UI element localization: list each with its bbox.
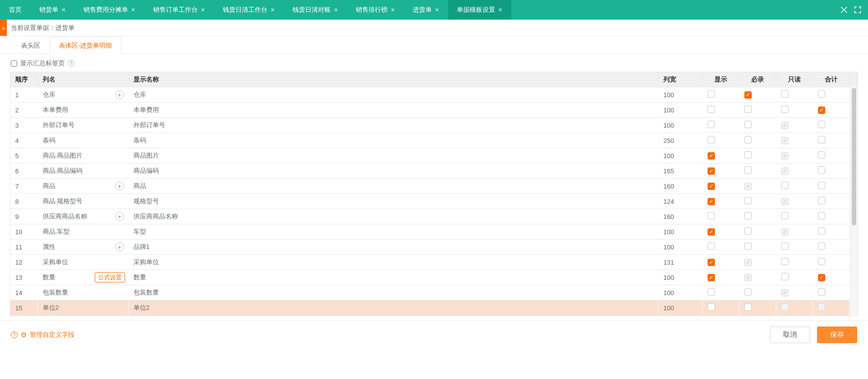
checkbox[interactable] bbox=[708, 167, 715, 175]
table-row[interactable]: 8商品.规格型号规格型号124 bbox=[10, 194, 858, 209]
table-row[interactable]: 5商品.商品图片商品图片100 bbox=[10, 148, 858, 163]
close-icon[interactable]: ✕ bbox=[498, 7, 502, 13]
checkbox[interactable] bbox=[708, 212, 715, 219]
close-icon[interactable]: ✕ bbox=[435, 7, 439, 13]
close-icon[interactable]: ✕ bbox=[131, 7, 135, 13]
checkbox[interactable] bbox=[818, 288, 825, 296]
checkbox[interactable] bbox=[781, 182, 789, 189]
scrollbar-thumb[interactable] bbox=[852, 88, 856, 225]
checkbox[interactable] bbox=[818, 121, 825, 128]
top-tab[interactable]: 钱货日清工作台✕ bbox=[214, 0, 284, 20]
table-row[interactable]: 4条码条码250 bbox=[10, 133, 858, 148]
cell-width[interactable]: 100 bbox=[658, 118, 703, 133]
checkbox[interactable] bbox=[744, 91, 752, 99]
checkbox[interactable] bbox=[818, 227, 825, 235]
top-tab[interactable]: 销售排行榜✕ bbox=[347, 0, 404, 20]
add-icon[interactable]: + bbox=[115, 182, 124, 190]
checkbox[interactable] bbox=[818, 197, 825, 204]
checkbox[interactable] bbox=[781, 90, 789, 98]
cell-width[interactable]: 100 bbox=[658, 285, 703, 300]
close-icon[interactable]: ✕ bbox=[334, 7, 338, 13]
cell-display-name[interactable]: 规格型号 bbox=[128, 194, 658, 209]
checkbox[interactable] bbox=[818, 182, 825, 189]
top-tab[interactable]: 销售订单工作台✕ bbox=[144, 0, 214, 20]
summary-checkbox[interactable] bbox=[11, 60, 17, 67]
cell-display-name[interactable]: 车型 bbox=[128, 224, 658, 240]
checkbox[interactable] bbox=[744, 106, 752, 113]
cell-display-name[interactable]: 商品图片 bbox=[128, 148, 658, 163]
add-icon[interactable]: + bbox=[115, 90, 124, 99]
cell-display-name[interactable]: 单位2 bbox=[128, 300, 658, 316]
table-row[interactable]: 6商品.商品编码商品编码165 bbox=[10, 163, 858, 179]
cell-width[interactable]: 100 bbox=[658, 224, 703, 240]
manage-custom-fields-link[interactable]: ? ⚙ 管理自定义字段 bbox=[11, 330, 75, 339]
cell-display-name[interactable]: 本单费用 bbox=[128, 103, 658, 118]
formula-button[interactable]: 公式设置 bbox=[95, 272, 125, 283]
checkbox[interactable] bbox=[744, 288, 752, 296]
checkbox[interactable] bbox=[708, 183, 715, 190]
cell-width[interactable]: 100 bbox=[658, 103, 703, 118]
table-row[interactable]: 12采购单位采购单位131 bbox=[10, 255, 858, 270]
sub-tab[interactable]: 表头区 bbox=[12, 37, 50, 54]
checkbox[interactable] bbox=[818, 107, 825, 114]
close-icon[interactable]: ✕ bbox=[201, 7, 205, 13]
checkbox[interactable] bbox=[708, 303, 715, 311]
checkbox[interactable] bbox=[744, 166, 752, 174]
cancel-button[interactable]: 取消 bbox=[770, 326, 810, 343]
cell-display-name[interactable]: 供应商商品名称 bbox=[128, 209, 658, 224]
add-icon[interactable]: + bbox=[115, 243, 124, 251]
save-button[interactable]: 保存 bbox=[817, 326, 857, 343]
checkbox[interactable] bbox=[708, 259, 715, 266]
checkbox[interactable] bbox=[781, 212, 789, 219]
table-row[interactable]: 1仓库+仓库100 bbox=[10, 87, 858, 103]
checkbox[interactable] bbox=[708, 288, 715, 296]
cell-width[interactable]: 250 bbox=[658, 133, 703, 148]
checkbox[interactable] bbox=[708, 136, 715, 143]
top-tab[interactable]: 首页 bbox=[0, 0, 30, 20]
cell-width[interactable]: 100 bbox=[658, 240, 703, 255]
cell-width[interactable]: 124 bbox=[658, 194, 703, 209]
checkbox[interactable] bbox=[744, 151, 752, 159]
checkbox[interactable] bbox=[744, 303, 752, 311]
table-row[interactable]: 3外部订单号外部订单号100 bbox=[10, 118, 858, 133]
checkbox[interactable] bbox=[708, 274, 715, 281]
checkbox[interactable] bbox=[708, 121, 715, 128]
checkbox[interactable] bbox=[781, 273, 789, 280]
fullscreen-icon[interactable] bbox=[854, 6, 861, 13]
checkbox[interactable] bbox=[818, 212, 825, 219]
close-icon[interactable]: ✕ bbox=[61, 7, 66, 13]
cell-display-name[interactable]: 仓库 bbox=[128, 87, 658, 103]
top-tab[interactable]: 进货单✕ bbox=[404, 0, 448, 20]
table-row[interactable]: 9供应商商品名称+供应商商品名称160 bbox=[10, 209, 858, 224]
cell-display-name[interactable]: 包装数量 bbox=[128, 285, 658, 300]
checkbox[interactable] bbox=[818, 243, 825, 250]
checkbox[interactable] bbox=[818, 136, 825, 143]
cell-width[interactable]: 160 bbox=[658, 209, 703, 224]
help-icon[interactable]: ? bbox=[68, 60, 75, 67]
checkbox[interactable] bbox=[744, 212, 752, 219]
cell-display-name[interactable]: 外部订单号 bbox=[128, 118, 658, 133]
top-tab[interactable]: 销售费用分摊单✕ bbox=[75, 0, 144, 20]
table-row[interactable]: 2本单费用本单费用100 bbox=[10, 103, 858, 118]
checkbox[interactable] bbox=[818, 90, 825, 98]
cell-width[interactable]: 131 bbox=[658, 255, 703, 270]
cell-display-name[interactable]: 采购单位 bbox=[128, 255, 658, 270]
checkbox[interactable] bbox=[744, 136, 752, 143]
top-tab[interactable]: 销货单✕ bbox=[30, 0, 75, 20]
cell-width[interactable]: 165 bbox=[658, 163, 703, 179]
help-icon[interactable]: ? bbox=[11, 331, 18, 338]
top-tab[interactable]: 单据模板设置✕ bbox=[448, 0, 511, 20]
cell-width[interactable]: 100 bbox=[658, 87, 703, 103]
add-icon[interactable]: + bbox=[115, 212, 124, 221]
cell-width[interactable]: 100 bbox=[658, 148, 703, 163]
checkbox[interactable] bbox=[708, 90, 715, 98]
checkbox[interactable] bbox=[744, 243, 752, 250]
checkbox[interactable] bbox=[818, 151, 825, 159]
cell-display-name[interactable]: 商品编码 bbox=[128, 163, 658, 179]
top-tab[interactable]: 钱货日清对账✕ bbox=[284, 0, 347, 20]
table-row[interactable]: 13数量公式设置数量100 bbox=[10, 270, 858, 285]
cell-display-name[interactable]: 数量 bbox=[128, 270, 658, 285]
checkbox[interactable] bbox=[708, 198, 715, 205]
checkbox[interactable] bbox=[781, 106, 789, 113]
cell-width[interactable]: 100 bbox=[658, 300, 703, 316]
